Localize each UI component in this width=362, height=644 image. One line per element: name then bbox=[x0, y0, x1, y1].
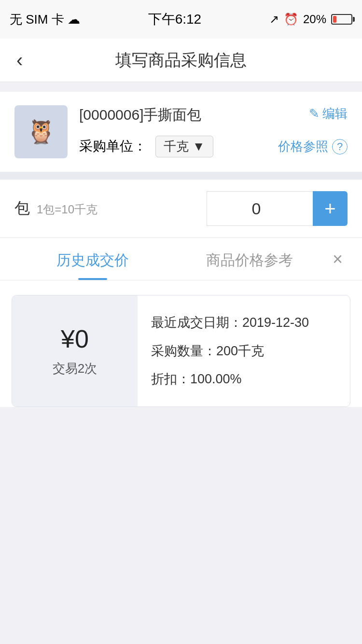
quantity-unit: 包 bbox=[14, 198, 30, 219]
edit-label: 编辑 bbox=[322, 105, 348, 122]
unit-value: 千克 bbox=[164, 138, 189, 155]
battery-fill bbox=[333, 16, 336, 23]
product-name: [0000006]手撕面包 bbox=[79, 105, 201, 125]
product-info: [0000006]手撕面包 ✎ 编辑 采购单位： 千克 ▼ 价格参照 ? bbox=[79, 105, 348, 157]
product-image: 🦉 bbox=[14, 105, 68, 158]
status-left: 无 SIM 卡 ☁ bbox=[10, 11, 80, 28]
quantity-label: 包 1包=10千克 bbox=[14, 198, 97, 219]
qty-value: 200千克 bbox=[216, 344, 264, 358]
history-card: ¥0 交易2次 最近成交日期：2019-12-30 采购数量：200千克 折扣：… bbox=[12, 295, 350, 407]
qty-label: 采购数量： bbox=[151, 344, 216, 358]
product-logo-icon: 🦉 bbox=[27, 118, 56, 145]
tabs-row: 历史成交价 商品价格参考 × bbox=[0, 238, 362, 280]
battery-percent: 20% bbox=[303, 13, 326, 26]
modal-panel: 历史成交价 商品价格参考 × ¥0 交易2次 最近成交日期：2019-12-30… bbox=[0, 238, 362, 407]
sim-signal-text: 无 SIM 卡 ☁ bbox=[10, 11, 80, 28]
price-amount: 0 bbox=[75, 325, 89, 353]
tab-history-price[interactable]: 历史成交价 bbox=[14, 238, 171, 280]
unit-selector[interactable]: 千克 ▼ bbox=[155, 136, 213, 157]
battery-icon bbox=[331, 14, 352, 25]
date-value: 2019-12-30 bbox=[242, 315, 309, 330]
product-title: 手撕面包 bbox=[143, 107, 201, 123]
price-ref-label: 价格参照 bbox=[278, 138, 328, 155]
unit-label: 采购单位： bbox=[79, 139, 147, 154]
back-button[interactable]: ‹ bbox=[12, 44, 28, 76]
page-background bbox=[0, 421, 362, 644]
history-date-row: 最近成交日期：2019-12-30 bbox=[151, 313, 336, 333]
quantity-input[interactable] bbox=[207, 191, 313, 226]
history-qty-row: 采购数量：200千克 bbox=[151, 341, 336, 361]
discount-label: 折扣： bbox=[151, 372, 190, 386]
history-price-panel: ¥0 交易2次 bbox=[12, 295, 138, 406]
quantity-plus-button[interactable]: + bbox=[313, 191, 348, 226]
discount-value: 100.00% bbox=[190, 372, 242, 386]
date-label: 最近成交日期： bbox=[151, 315, 242, 330]
nav-bar: ‹ 填写商品采购信息 bbox=[0, 39, 362, 82]
history-price-value: ¥0 bbox=[61, 324, 89, 353]
location-icon: ↗ bbox=[269, 13, 279, 26]
quantity-row: 包 1包=10千克 + bbox=[0, 180, 362, 238]
alarm-icon: ⏰ bbox=[284, 13, 298, 26]
tab-active-indicator bbox=[78, 278, 107, 280]
page-title: 填写商品采购信息 bbox=[115, 49, 247, 71]
product-unit-row: 采购单位： 千克 ▼ 价格参照 ? bbox=[79, 136, 348, 157]
product-card: 🦉 [0000006]手撕面包 ✎ 编辑 采购单位： 千克 ▼ 价格参照 ? bbox=[0, 92, 362, 172]
history-trades-label: 交易2次 bbox=[53, 360, 97, 377]
chevron-down-icon: ▼ bbox=[193, 139, 205, 154]
edit-button[interactable]: ✎ 编辑 bbox=[309, 105, 348, 122]
history-detail-panel: 最近成交日期：2019-12-30 采购数量：200千克 折扣：100.00% bbox=[138, 295, 350, 406]
edit-icon: ✎ bbox=[309, 106, 320, 121]
quantity-hint: 1包=10千克 bbox=[37, 202, 97, 217]
currency-symbol: ¥ bbox=[61, 325, 75, 353]
history-discount-row: 折扣：100.00% bbox=[151, 369, 336, 389]
help-icon: ? bbox=[332, 139, 348, 154]
modal-close-button[interactable]: × bbox=[328, 244, 348, 274]
unit-label-group: 采购单位： 千克 ▼ bbox=[79, 136, 213, 157]
section-divider bbox=[0, 172, 362, 180]
tab-price-ref[interactable]: 商品价格参考 bbox=[171, 238, 327, 280]
tab-history-label: 历史成交价 bbox=[56, 252, 129, 268]
status-right: ↗ ⏰ 20% bbox=[269, 13, 352, 26]
quantity-input-group: + bbox=[207, 191, 348, 226]
status-time: 下午6:12 bbox=[148, 10, 202, 28]
product-id: [0000006] bbox=[79, 107, 143, 123]
status-bar: 无 SIM 卡 ☁ 下午6:12 ↗ ⏰ 20% bbox=[0, 0, 362, 39]
price-ref-button[interactable]: 价格参照 ? bbox=[278, 138, 348, 155]
tab-price-ref-label: 商品价格参考 bbox=[206, 252, 293, 268]
product-header: [0000006]手撕面包 ✎ 编辑 bbox=[79, 105, 348, 125]
